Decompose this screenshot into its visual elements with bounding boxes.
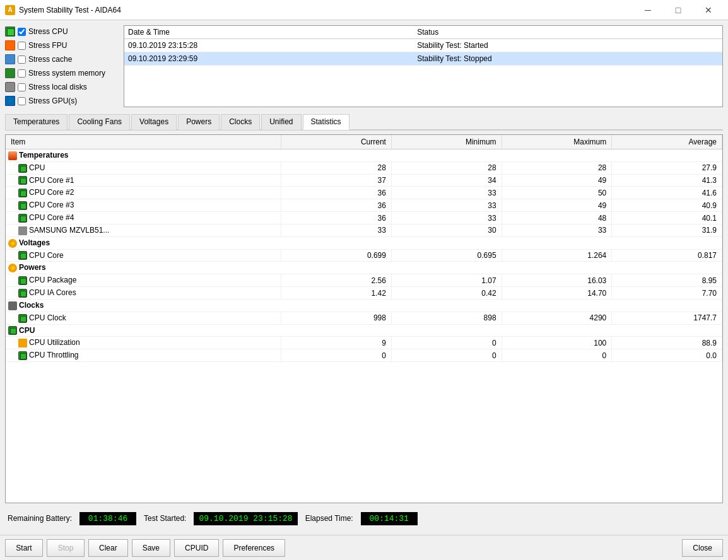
tab-voltages[interactable]: Voltages [131, 114, 177, 130]
stress-local-item: Stress local disks [5, 81, 119, 93]
average-cell: 41.6 [612, 187, 722, 199]
close-button[interactable]: Close [682, 539, 723, 557]
col-item: Item [6, 135, 281, 149]
minimum-cell: 0.695 [391, 249, 502, 262]
close-window-button[interactable]: ✕ [694, 0, 723, 20]
table-row[interactable]: CPU Core #3 36 33 49 40.9 [6, 199, 722, 212]
cpu-icon [18, 251, 27, 260]
stress-cache-checkbox[interactable] [18, 55, 26, 64]
cpu-icon [18, 314, 27, 323]
table-row[interactable]: SAMSUNG MZVLB51... 33 30 33 31.9 [6, 224, 722, 236]
minimum-cell: 0 [391, 349, 502, 362]
fpu-stress-icon [5, 40, 15, 50]
voltage-section-icon: ⚡ [8, 239, 17, 248]
maximum-cell: 33 [502, 224, 612, 236]
tabs-bar: TemperaturesCooling FansVoltagesPowersCl… [5, 114, 723, 131]
log-table-row[interactable]: 09.10.2019 23:15:28Stability Test: Start… [124, 39, 722, 52]
log-table-row[interactable]: 09.10.2019 23:29:59Stability Test: Stopp… [124, 52, 722, 66]
temp-section-icon [8, 151, 17, 160]
cpu-icon [18, 176, 27, 185]
minimize-button[interactable]: ─ [633, 0, 662, 20]
table-row[interactable]: CPU Core #1 37 34 49 41.3 [6, 174, 722, 187]
remaining-battery-value: 01:38:46 [79, 512, 136, 525]
table-row[interactable]: CPU Package 2.56 1.07 16.03 8.95 [6, 274, 722, 287]
data-table-section[interactable]: Item Current Minimum Maximum Average Tem… [5, 134, 723, 503]
average-cell: 1747.7 [612, 312, 722, 324]
preferences-button[interactable]: Preferences [223, 539, 285, 557]
maximum-cell: 50 [502, 187, 612, 199]
remaining-battery-label: Remaining Battery: [8, 514, 72, 523]
table-row[interactable]: CPU Core 0.699 0.695 1.264 0.817 [6, 249, 722, 262]
stress-fpu-label: Stress FPU [28, 41, 67, 50]
cpu-icon [18, 164, 27, 173]
stress-cpu-checkbox[interactable] [18, 28, 26, 36]
stress-fpu-checkbox[interactable] [18, 42, 26, 50]
statistics-table: Item Current Minimum Maximum Average Tem… [6, 135, 722, 362]
stress-gpu-item: Stress GPU(s) [5, 95, 119, 107]
stress-gpu-label: Stress GPU(s) [28, 96, 77, 105]
section-header-row: Clocks [6, 299, 722, 312]
item-cell: CPU Core #3 [6, 199, 281, 212]
cpuid-button[interactable]: CPUID [174, 539, 219, 557]
table-row[interactable]: CPU Core #4 36 33 48 40.1 [6, 212, 722, 225]
tab-temperatures[interactable]: Temperatures [5, 114, 68, 130]
cpu-icon [18, 189, 27, 197]
item-cell: CPU Clock [6, 312, 281, 324]
table-row[interactable]: CPU Core #2 36 33 50 41.6 [6, 187, 722, 199]
current-cell: 37 [281, 174, 392, 187]
table-row[interactable]: CPU 28 28 28 27.9 [6, 161, 722, 174]
start-button[interactable]: Start [5, 539, 43, 557]
section-header-row: Temperatures [6, 149, 722, 162]
log-section: Date & Time Status 09.10.2019 23:15:28St… [124, 25, 723, 107]
app-icon: A [5, 5, 15, 15]
current-cell: 36 [281, 212, 392, 225]
average-cell: 8.95 [612, 274, 722, 287]
stress-options: Stress CPU Stress FPU Stress cache Stres… [5, 25, 119, 107]
table-row[interactable]: CPU Clock 998 898 4290 1747.7 [6, 312, 722, 324]
table-row[interactable]: CPU Throttling 0 0 0 0.0 [6, 349, 722, 362]
table-row[interactable]: CPU Utilization 9 0 100 88.9 [6, 337, 722, 349]
log-status: Stability Test: Stopped [413, 52, 722, 66]
elapsed-time-value: 00:14:31 [361, 512, 418, 525]
item-cell: CPU Core #1 [6, 174, 281, 187]
stress-local-checkbox[interactable] [18, 83, 26, 91]
current-cell: 9 [281, 337, 392, 349]
current-cell: 1.42 [281, 287, 392, 300]
disk-icon [18, 226, 27, 235]
current-cell: 0 [281, 349, 392, 362]
maximum-cell: 49 [502, 199, 612, 212]
tab-clocks[interactable]: Clocks [221, 114, 260, 130]
table-row[interactable]: CPU IA Cores 1.42 0.42 14.70 7.70 [6, 287, 722, 300]
stress-gpu-checkbox[interactable] [18, 97, 26, 105]
average-cell: 41.3 [612, 174, 722, 187]
tab-unified[interactable]: Unified [261, 114, 301, 130]
clear-button[interactable]: Clear [88, 539, 128, 557]
maximum-cell: 14.70 [502, 287, 612, 300]
item-cell: CPU Core #4 [6, 212, 281, 225]
gpu-stress-icon [5, 96, 15, 106]
cpu-icon [18, 214, 27, 223]
stress-cpu-label: Stress CPU [28, 27, 68, 36]
section-header-row: ⚡Powers [6, 262, 722, 274]
tab-powers[interactable]: Powers [178, 114, 220, 130]
col-maximum: Maximum [502, 135, 612, 149]
maximum-cell: 1.264 [502, 249, 612, 262]
log-header-datetime: Date & Time [124, 26, 413, 39]
main-container: Stress CPU Stress FPU Stress cache Stres… [0, 20, 728, 535]
section-header-cell: ⚡Voltages [6, 236, 722, 249]
minimum-cell: 898 [391, 312, 502, 324]
maximize-button[interactable]: □ [664, 0, 693, 20]
minimum-cell: 30 [391, 224, 502, 236]
save-button[interactable]: Save [132, 539, 170, 557]
item-cell: SAMSUNG MZVLB51... [6, 224, 281, 236]
log-table: Date & Time Status 09.10.2019 23:15:28St… [124, 26, 722, 66]
section-header-row: ⚡Voltages [6, 236, 722, 249]
section-header-cell: ⚡Powers [6, 262, 722, 274]
section-header-cell: Temperatures [6, 149, 722, 162]
tab-statistics[interactable]: Statistics [303, 114, 349, 130]
item-cell: CPU [6, 161, 281, 174]
stress-sysmem-checkbox[interactable] [18, 69, 26, 78]
minimum-cell: 34 [391, 174, 502, 187]
stop-button[interactable]: Stop [47, 539, 85, 557]
tab-cooling-fans[interactable]: Cooling Fans [69, 114, 130, 130]
